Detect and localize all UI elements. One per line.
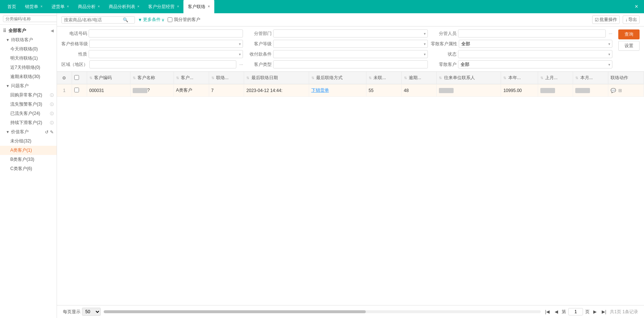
th-overdue[interactable]: ⇅ 逾期... [401,72,437,84]
nav-customer-contact[interactable]: 客户联络 × [183,0,214,13]
filter-phone: 电话号码 [61,29,243,38]
th-not-contact[interactable]: ⇅ 未联... [366,72,401,84]
nav-product-analysis[interactable]: 商品分析 × [74,0,104,13]
sidebar-item-b-class[interactable]: B类客户(33) [0,155,57,164]
sidebar-item-repurchase-abnormal[interactable]: 回购异常客户(2) ⓘ [0,91,57,100]
region-dots[interactable]: ··· [239,62,243,67]
region-input[interactable] [89,60,236,68]
th-gear[interactable]: ⚙ [57,72,72,84]
filter-region: 区域（地区） ··· [61,60,243,68]
th-customer-code[interactable]: ⇅ 客户编码 [87,72,130,84]
last-page-btn[interactable]: ▶| [600,309,608,314]
nav-home[interactable]: 首页 [3,0,21,13]
sidebar-item-7days[interactable]: 近7天待联络(0) [0,63,57,72]
manager-dots[interactable]: ··· [609,31,612,36]
sidebar-item-overdue[interactable]: 逾期未联络(30) [0,72,57,81]
th-contact-count[interactable]: ⇅ 联络... [209,72,244,84]
select-all-checkbox[interactable] [74,75,79,80]
a-class-label: A类客户(1) [10,147,54,153]
td-checkbox [72,84,87,97]
sidebar-item-churned[interactable]: 已流失客户(24) ⓘ [0,109,57,118]
sidebar-item-churn-warning[interactable]: 流失预警客户(3) ⓘ [0,100,57,109]
page-input[interactable] [568,308,583,315]
th-this-month[interactable]: ⇅ 本月... [573,72,608,84]
problem-customer-group[interactable]: ▼ 问题客户 [0,81,57,91]
my-customer-checkbox-wrap[interactable]: 我分管的客户 [168,17,200,23]
sidebar-item-c-class[interactable]: C类客户(6) [0,164,57,173]
customer-level-select[interactable] [273,40,427,48]
th-contact-person[interactable]: ⇅ 往来单位联系人 [437,72,501,84]
payment-label: 收付款条件 [246,51,272,57]
prev-page-btn[interactable]: ◀ [553,309,559,314]
sidebar-item-a-class[interactable]: A类客户(1) [0,146,57,155]
value-customer-group[interactable]: ▼ 价值客户 ↺ ✎ [0,127,57,137]
query-button[interactable]: 查询 [618,29,640,39]
main-search-icon[interactable]: 🔍 [123,17,128,22]
chevron-down-icon: ∨ [161,17,165,22]
refresh-icon[interactable]: ↺ [45,130,49,135]
sidebar-item-unclassified[interactable]: 未分组(32) [0,137,57,146]
settings-gear-icon[interactable]: ⚙ [62,75,66,81]
sidebar-search-input[interactable] [3,15,57,22]
th-customer-type[interactable]: ⇅ 客户... [173,72,209,84]
more-conditions-btn[interactable]: ▼ 更多条件 ∨ [138,17,165,23]
nav-close-purchase[interactable]: × [67,0,69,13]
customer-table: ⚙ ⇅ 客户编码 ⇅ 客户名称 [57,72,644,97]
nav-purchase[interactable]: 进货单 × [47,0,74,13]
price-level-select[interactable] [89,40,243,48]
th-last-contact-date[interactable]: ⇅ 最后联络日期 [244,72,309,84]
th-this-year[interactable]: ⇅ 本年... [501,72,538,84]
phone-input[interactable] [89,29,243,38]
qr-icon[interactable]: ⊞ [618,88,622,93]
status-select[interactable] [458,50,612,58]
all-customers-header[interactable]: ⠿ 全部客户 ◀ [0,25,57,35]
sidebar-item-today[interactable]: 今天待联络(0) [0,45,57,54]
nav-close-sales[interactable]: × [40,0,43,13]
my-customer-checkbox[interactable] [168,17,172,22]
toolbar-right: ☑ 批量操作 ↓ 导出 [592,15,640,24]
filter-row-4: 区域（地区） ··· 客户类型 零散客户 全部 ▾ [61,60,612,68]
manager-input[interactable] [458,29,606,38]
nav-close-product-analysis-list[interactable]: × [137,0,140,13]
batch-op-btn[interactable]: ☑ 批量操作 [592,15,620,24]
payment-wrap: ▾ [273,50,427,58]
nav-product-analysis-list[interactable]: 商品分析列表 × [104,0,144,13]
th-customer-name[interactable]: ⇅ 客户名称 [130,72,173,84]
7days-label: 近7天待联络(0) [10,64,54,71]
first-page-btn[interactable]: |◀ [544,309,551,314]
scrollbar[interactable] [104,310,541,313]
th-last-contact-method[interactable]: ⇅ 最后联络方式 [309,72,366,84]
settings-button[interactable]: 设置 [618,41,640,51]
main-search-input[interactable] [64,17,123,22]
th-last-month[interactable]: ⇅ 上月... [538,72,573,84]
nav-close-product-analysis[interactable]: × [98,0,100,13]
last-method-link[interactable]: 下销货单 [311,88,329,93]
row-checkbox[interactable] [74,88,79,92]
retail-select[interactable]: 全部 [458,60,612,68]
edit-icon[interactable]: ✎ [50,130,54,135]
filter-nature: 性质 ▾ [61,50,243,58]
td-overdue: 48 [401,84,437,97]
payment-select[interactable] [273,50,427,58]
dept-select[interactable] [273,29,427,38]
nature-select[interactable] [89,50,243,58]
nav-close-customer-contact[interactable]: × [208,0,210,13]
sidebar-item-declining[interactable]: 持续下滑客户(2) ⓘ [0,118,57,127]
td-name: ? [130,84,173,97]
export-btn[interactable]: ↓ 导出 [623,15,640,24]
pending-contact-group[interactable]: ▼ 待联络客户 [0,35,57,45]
nav-customer-tier[interactable]: 客户分层经营 × [144,0,183,13]
sidebar-item-tomorrow[interactable]: 明天待联络(1) [0,54,57,63]
nav-sales[interactable]: 销货单 × [21,0,47,13]
page-size-select[interactable]: 20 50 100 [82,308,101,316]
customer-type-label: 客户类型 [246,61,272,68]
next-page-btn[interactable]: ▶ [592,309,598,314]
close-all-btn[interactable]: × [632,3,641,10]
price-level-label: 客户价格等级 [61,41,88,47]
retail-attr-select[interactable]: 全部 [459,40,612,48]
sort-icon-notcontact: ⇅ [369,76,372,80]
collapse-sidebar-icon[interactable]: ◀ [51,29,54,33]
nav-close-customer-tier[interactable]: × [177,0,179,13]
message-icon[interactable]: 💬 [611,88,616,93]
customer-type-input[interactable] [273,60,427,68]
